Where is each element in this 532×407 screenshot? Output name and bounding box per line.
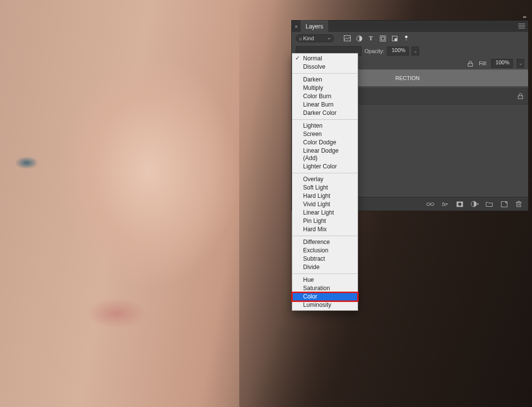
blendmode-dropdown[interactable]: NormalDissolveDarkenMultiplyColor BurnLi… [292,53,358,311]
group-icon[interactable] [485,200,494,209]
dropdown-separator [292,273,358,274]
blendmode-option[interactable]: Normal [292,54,358,63]
blendmode-option[interactable]: Overlay [292,175,358,184]
opacity-stepper[interactable]: ⌄ [412,47,419,55]
blendmode-option[interactable]: Linear Light [292,209,358,217]
blendmode-option[interactable]: Luminosity [292,301,358,309]
blendmode-option[interactable]: Soft Light [292,184,358,192]
blendmode-option[interactable]: Darken [292,76,358,84]
layer-filter-label: Kind [303,35,314,41]
svg-rect-16 [517,202,521,207]
mask-icon[interactable] [455,200,464,209]
svg-rect-8 [468,63,473,66]
opacity-input[interactable]: 100% [387,47,409,55]
layer-filter-row: ⌕Kind T [292,32,528,45]
blendmode-option[interactable]: Linear Burn [292,101,358,109]
blendmode-option[interactable]: Darker Color [292,109,358,117]
new-layer-icon[interactable] [500,200,508,209]
blendmode-option[interactable]: Color [292,293,358,301]
image-filter-icon[interactable] [343,34,352,43]
blendmode-option[interactable]: Color Burn [292,92,358,101]
blendmode-option[interactable]: Screen [292,130,358,138]
svg-rect-10 [427,203,430,205]
svg-rect-2 [380,36,386,41]
blendmode-option[interactable]: Linear Dodge (Add) [292,147,358,163]
dropdown-separator [292,236,358,236]
svg-rect-15 [501,201,507,207]
dropdown-separator [292,173,358,173]
opacity-label: Opacity: [364,48,384,54]
fill-input[interactable]: 100% [491,59,513,68]
svg-rect-9 [518,96,523,99]
svg-point-6 [405,36,408,38]
svg-rect-7 [406,38,407,41]
blendmode-option[interactable]: Lighten [292,122,358,130]
blendmode-option[interactable]: Subtract [292,255,358,263]
blendmode-option[interactable]: Hard Mix [292,225,358,234]
blendmode-option[interactable]: Multiply [292,84,358,92]
search-icon: ⌕ [299,36,302,41]
lock-icon[interactable] [466,59,475,68]
smartobject-filter-icon[interactable] [390,34,399,43]
adjustment-filter-icon[interactable] [355,34,364,43]
blendmode-option[interactable]: Divide [292,263,358,271]
link-layers-icon[interactable] [426,200,435,209]
blendmode-option[interactable]: Hard Light [292,192,358,200]
layer-name: RECTION [395,75,420,81]
fill-stepper[interactable]: ⌄ [517,59,524,68]
panel-tabbar: × Layers [292,21,528,32]
blendmode-option[interactable]: Dissolve [292,63,358,71]
blendmode-option[interactable]: Hue [292,276,358,284]
svg-rect-5 [394,38,397,41]
svg-rect-11 [431,203,434,205]
fx-icon[interactable]: fx▾ [441,200,449,209]
dropdown-separator [292,119,358,120]
fill-label: Fill: [479,60,487,66]
svg-point-13 [458,202,461,205]
adjustment-layer-icon[interactable]: ▾ [470,200,479,209]
blendmode-option[interactable]: Vivid Light [292,200,358,209]
blendmode-option[interactable]: Color Dodge [292,138,358,147]
blendmode-option[interactable]: Exclusion [292,246,358,255]
lock-icon [518,93,523,99]
blendmode-option[interactable]: Pin Light [292,217,358,225]
artboard-filter-icon[interactable] [402,34,411,43]
trash-icon[interactable] [514,200,523,209]
layer-filter-select[interactable]: ⌕Kind [296,34,334,42]
tab-layers[interactable]: Layers [301,21,328,32]
blendmode-option[interactable]: Lighter Color [292,163,358,171]
svg-rect-0 [344,36,351,41]
dropdown-separator [292,73,358,74]
close-icon[interactable]: × [292,24,301,29]
type-filter-icon[interactable]: T [366,34,375,43]
panel-collapse-icon[interactable]: ▸▸ [523,14,526,19]
svg-rect-3 [381,37,384,40]
shape-filter-icon[interactable] [378,34,387,43]
panel-menu-icon[interactable] [518,24,525,28]
blendmode-option[interactable]: Difference [292,238,358,246]
blendmode-option[interactable]: Saturation [292,284,358,293]
